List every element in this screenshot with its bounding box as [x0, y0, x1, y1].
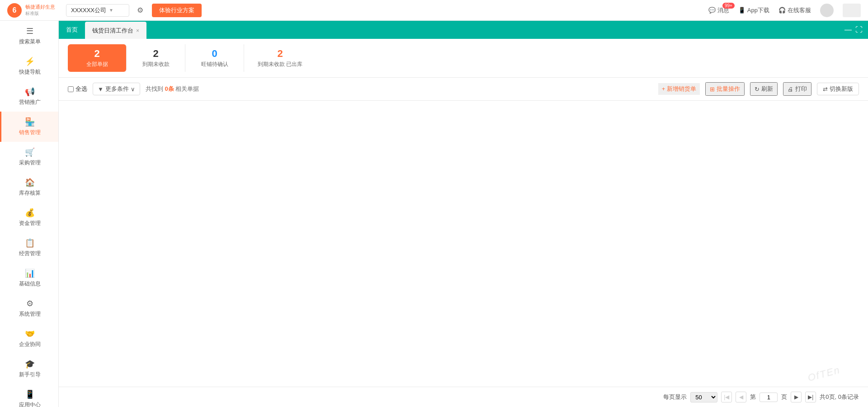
- tab-active[interactable]: 钱货日清工作台 ×: [85, 22, 146, 40]
- sidebar-item-guide[interactable]: 🎓 新手引导: [0, 354, 58, 384]
- app-name: 畅捷通好生意: [25, 4, 55, 10]
- sidebar-label-marketing: 营销推广: [19, 98, 41, 106]
- sidebar-label-system: 系统管理: [19, 310, 41, 318]
- sidebar-item-enterprise[interactable]: 🤝 企业协同: [0, 323, 58, 354]
- stat-number-shipped: 2: [278, 48, 283, 60]
- found-text: 共找到 0条 相关单据: [146, 85, 199, 93]
- sidebar-item-system[interactable]: ⚙ 系统管理: [0, 293, 58, 323]
- online-service-button[interactable]: 🎧 在线客服: [778, 6, 811, 14]
- sidebar-label-guide: 新手引导: [19, 371, 41, 379]
- sidebar-item-operation[interactable]: 📋 经营管理: [0, 233, 58, 263]
- found-prefix: 共找到: [146, 85, 163, 92]
- sidebar-item-purchase[interactable]: 🛒 采购管理: [0, 142, 58, 172]
- filter-chevron-icon: ∨: [131, 86, 135, 93]
- sidebar-label-purchase: 采购管理: [19, 159, 41, 167]
- sidebar-label-inventory: 库存核算: [19, 189, 41, 197]
- switch-version-button[interactable]: ⇄ 切换新版: [817, 83, 859, 95]
- page-input[interactable]: [760, 393, 778, 402]
- print-button[interactable]: 🖨 打印: [783, 82, 811, 96]
- settings-button[interactable]: ⚙: [133, 3, 147, 18]
- toolbar: 全选 ▼ 更多条件 ∨ 共找到 0条 相关单据 + 新增销货单 ⊞ 批量操作: [59, 78, 868, 101]
- download-icon: 📱: [738, 7, 745, 14]
- sidebar-item-marketing[interactable]: 📢 营销推广: [0, 81, 58, 112]
- operation-icon: 📋: [25, 238, 35, 248]
- sidebar-item-sales[interactable]: 🏪 销售管理: [0, 112, 58, 142]
- message-icon: 💬: [708, 7, 716, 14]
- trial-button[interactable]: 体验行业方案: [152, 4, 202, 17]
- sidebar-label-finance: 资金管理: [19, 220, 41, 227]
- select-all-input[interactable]: [68, 86, 74, 92]
- stats-row: 2 全部单据 2 到期未收款 0 旺铺待确认 2 到期未收款 已出库: [59, 39, 868, 78]
- enterprise-icon: 🤝: [25, 329, 35, 339]
- switch-label: 切换新版: [830, 85, 853, 93]
- table-area: [59, 101, 868, 387]
- page-label: 第: [750, 393, 756, 401]
- prev-page-button[interactable]: ◀: [736, 392, 746, 402]
- content-area: 2 全部单据 2 到期未收款 0 旺铺待确认 2 到期未收款 已出库: [59, 39, 868, 407]
- sidebar-item-finance[interactable]: 💰 资金管理: [0, 202, 58, 233]
- tab-minimize-button[interactable]: —: [844, 26, 852, 34]
- first-page-button[interactable]: |◀: [721, 392, 732, 402]
- tab-home-label: 首页: [66, 26, 78, 34]
- header-right: 💬 消息 99+ 📱 App下载 🎧 在线客服: [708, 4, 861, 17]
- stat-card-all[interactable]: 2 全部单据: [68, 44, 127, 72]
- sidebar-item-app-center[interactable]: 📱 应用中心: [0, 384, 58, 407]
- sidebar-item-quick-nav[interactable]: ⚡ 快捷导航: [0, 51, 58, 81]
- top-header: 6 畅捷通好生意 标准版 XXXXXX公司 ▼ ⚙ 体验行业方案 💬 消息 99…: [0, 0, 868, 21]
- switch-icon: ⇄: [823, 86, 828, 93]
- app-badge: 标准版: [25, 10, 55, 17]
- add-sale-button[interactable]: + 新增销货单: [658, 83, 700, 95]
- stat-card-overdue[interactable]: 2 到期未收款: [127, 44, 185, 72]
- message-button[interactable]: 💬 消息 99+: [708, 6, 729, 14]
- tab-close-icon[interactable]: ×: [136, 28, 139, 34]
- filter-icon: ▼: [98, 86, 104, 93]
- sidebar-label-sales: 销售管理: [19, 129, 41, 136]
- logo-icon: 6: [7, 3, 22, 18]
- print-icon: 🖨: [788, 86, 793, 93]
- user-menu[interactable]: [843, 4, 861, 17]
- pagination-bar: 每页显示 50 100 200 |◀ ◀ 第 页 ▶ ▶| 共0页, 0条记录: [59, 387, 868, 407]
- per-page-label: 每页显示: [663, 393, 687, 401]
- app-download-button[interactable]: 📱 App下载: [738, 6, 769, 14]
- inventory-icon: 🏠: [25, 178, 35, 187]
- tab-bar-actions: — ⛶: [844, 26, 868, 34]
- marketing-icon: 📢: [25, 87, 35, 97]
- found-suffix: 相关单据: [175, 85, 199, 92]
- main-layout: ☰ 搜索菜单 ⚡ 快捷导航 📢 营销推广 🏪 销售管理 🛒 采购管理 🏠 库存核…: [0, 21, 868, 407]
- sidebar-item-basic-info[interactable]: 📊 基础信息: [0, 263, 58, 293]
- finance-icon: 💰: [25, 208, 35, 218]
- stat-card-shipped[interactable]: 2 到期未收款 已出库: [244, 44, 316, 72]
- stat-card-pending[interactable]: 0 旺铺待确认: [185, 44, 244, 72]
- sidebar-item-inventory[interactable]: 🏠 库存核算: [0, 172, 58, 202]
- online-service-label: 在线客服: [788, 6, 811, 14]
- tab-bar: 首页 钱货日清工作台 × — ⛶: [59, 21, 868, 39]
- logo-area: 6 畅捷通好生意 标准版: [7, 3, 66, 18]
- avatar[interactable]: [820, 4, 834, 17]
- app-center-icon: 📱: [25, 389, 35, 399]
- sidebar-item-search-menu[interactable]: ☰ 搜索菜单: [0, 21, 58, 51]
- refresh-label: 刷新: [761, 85, 773, 93]
- toolbar-right: + 新增销货单 ⊞ 批量操作 ↻ 刷新 🖨 打印 ⇄: [658, 82, 859, 96]
- app-download-label: App下载: [747, 6, 769, 14]
- print-label: 打印: [795, 85, 807, 93]
- filter-button[interactable]: ▼ 更多条件 ∨: [93, 83, 140, 95]
- sidebar-label-basic-info: 基础信息: [19, 280, 41, 288]
- filter-label: 更多条件: [105, 85, 129, 93]
- tab-home[interactable]: 首页: [59, 21, 85, 39]
- sidebar-label-quick-nav: 快捷导航: [19, 68, 41, 76]
- total-info: 共0页, 0条记录: [820, 393, 859, 401]
- batch-button[interactable]: ⊞ 批量操作: [705, 82, 745, 96]
- stat-label-pending: 旺铺待确认: [201, 61, 228, 68]
- company-selector[interactable]: XXXXXX公司 ▼: [66, 4, 129, 17]
- search-menu-icon: ☰: [26, 26, 33, 36]
- select-all-checkbox[interactable]: 全选: [68, 85, 87, 93]
- tab-maximize-button[interactable]: ⛶: [855, 26, 863, 34]
- sidebar-label-app-center: 应用中心: [19, 401, 41, 407]
- per-page-select[interactable]: 50 100 200: [690, 392, 717, 402]
- select-all-label: 全选: [75, 85, 87, 93]
- sidebar: ☰ 搜索菜单 ⚡ 快捷导航 📢 营销推广 🏪 销售管理 🛒 采购管理 🏠 库存核…: [0, 21, 59, 407]
- refresh-button[interactable]: ↻ 刷新: [750, 82, 778, 96]
- next-page-button[interactable]: ▶: [791, 392, 802, 402]
- last-page-button[interactable]: ▶|: [805, 392, 816, 402]
- stat-label-overdue: 到期未收款: [142, 61, 170, 68]
